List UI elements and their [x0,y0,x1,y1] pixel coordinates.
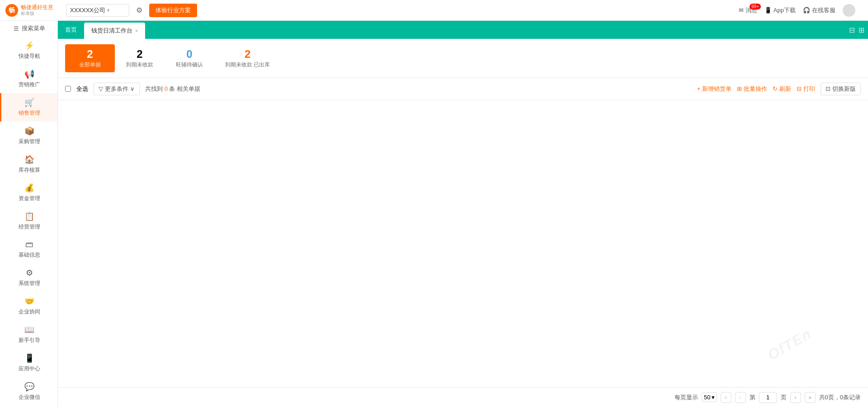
wechat-icon: 💬 [24,382,34,392]
summary-cards: 2 全部单据 2 到期未收款 0 旺辅待确认 2 到期未收款 已出库 [58,39,868,78]
sidebar-item-basics[interactable]: 🗃 基础信息 [0,235,57,263]
tab-active[interactable]: 钱货日清工作台 × [84,23,145,39]
chevron-down-icon: ▾ [107,8,109,13]
tab-actions: ⊟ ⊞ [849,26,868,34]
logo-icon: 畅 [5,4,18,17]
toolbar-right: + 新增销货单 ⊞ 批量操作 ↻ 刷新 ⊟ 打印 ⊡ [697,83,861,95]
page-size-select[interactable]: 50 ▾ [702,393,717,402]
sidebar-item-inventory[interactable]: 🏠 库存核算 [0,150,57,178]
system-icon: ⚙ [26,268,33,278]
headset-icon: 🎧 [803,7,810,14]
switch-icon: ⊡ [826,85,830,92]
tab-bar: 首页 钱货日清工作台 × ⊟ ⊞ [58,21,868,39]
basics-icon: 🗃 [25,240,33,249]
page-input[interactable] [759,392,777,403]
sidebar-item-purchase[interactable]: 📦 采购管理 [0,122,57,150]
header-right: ✉ 消息 99+ 📱 App下载 🎧 在线客服 [739,4,863,17]
marketing-icon: 📢 [24,69,34,79]
print-button[interactable]: ⊟ 打印 [797,85,815,93]
purchase-icon: 📦 [24,126,34,136]
search-icon: ☰ [14,25,19,32]
app-download-icon: 📱 [764,7,772,14]
select-all-label: 全选 [76,85,88,93]
message-icon: ✉ [739,7,744,14]
card-overdue-shipped[interactable]: 2 到期未收款 已出库 [214,44,281,72]
sidebar-item-sales[interactable]: 🛒 销售管理 [0,93,57,122]
found-count-text: 共找到 0 条 相关单据 [145,85,200,93]
card-overdue-uncollected[interactable]: 2 到期未收款 [115,44,165,72]
sidebar-item-marketing[interactable]: 📢 营销推广 [0,65,57,93]
sidebar: ☰ 搜索菜单 ⚡ 快捷导航 📢 营销推广 🛒 销售管理 📦 采购管理 🏠 库存核… [0,21,58,407]
sidebar-item-guide[interactable]: 📖 新手引导 [0,320,57,349]
last-page-button[interactable]: » [805,392,816,403]
next-page-button[interactable]: › [790,392,801,403]
tab-minimize-icon[interactable]: ⊟ [849,26,855,34]
trial-button[interactable]: 体验行业方案 [149,4,197,17]
tab-home[interactable]: 首页 [58,21,84,39]
sidebar-item-wechat[interactable]: 💬 企业微信 [0,377,57,406]
tab-maximize-icon[interactable]: ⊞ [859,26,864,34]
batch-icon: ⊞ [737,85,742,92]
operations-icon: 📋 [24,211,34,221]
logo-area: 畅 畅捷通好生意 标准版 [5,4,53,17]
inventory-icon: 🏠 [24,154,34,164]
sidebar-item-search[interactable]: ☰ 搜索菜单 [0,21,57,36]
switch-version-button[interactable]: ⊡ 切换新版 [821,83,861,95]
avatar[interactable] [843,4,855,17]
sidebar-item-operations[interactable]: 📋 经营管理 [0,207,57,235]
pagination: 每页显示 50 ▾ « ‹ 第 页 › » 共0页，0条记录 [58,387,868,407]
main-wrapper: ☰ 搜索菜单 ⚡ 快捷导航 📢 营销推广 🛒 销售管理 📦 采购管理 🏠 库存核… [0,21,868,407]
logo-text: 畅捷通好生意 标准版 [21,4,53,16]
prev-page-button[interactable]: ‹ [735,392,746,403]
card-all[interactable]: 2 全部单据 [65,44,115,72]
sidebar-item-finance[interactable]: 💰 资金管理 [0,178,57,207]
table-area [58,100,868,387]
top-header: 畅 畅捷通好生意 标准版 XXXXXX公司 ▾ ⚙ 体验行业方案 ✉ 消息 99… [0,0,868,21]
company-selector[interactable]: XXXXXX公司 ▾ [66,4,129,17]
sidebar-item-appcenter[interactable]: 📱 应用中心 [0,349,57,377]
message-button[interactable]: ✉ 消息 99+ [739,6,757,14]
batch-operation-button[interactable]: ⊞ 批量操作 [737,85,767,93]
refresh-icon: ↻ [773,85,778,92]
filter-icon: ▽ [99,85,103,92]
app-download-button[interactable]: 📱 App下载 [764,6,796,14]
content-area: 首页 钱货日清工作台 × ⊟ ⊞ 2 全部单据 2 到期未收款 [58,21,868,407]
appcenter-icon: 📱 [24,353,34,363]
finance-icon: 💰 [24,183,34,193]
sidebar-item-enterprise[interactable]: 🤝 企业协同 [0,292,57,320]
online-service-button[interactable]: 🎧 在线客服 [803,6,835,14]
refresh-button[interactable]: ↻ 刷新 [773,85,791,93]
sidebar-item-quicknav[interactable]: ⚡ 快捷导航 [0,36,57,65]
select-all-checkbox[interactable] [65,86,71,92]
first-page-button[interactable]: « [721,392,731,403]
settings-button[interactable]: ⚙ [133,4,146,17]
enterprise-icon: 🤝 [24,296,34,306]
toolbar: 全选 ▽ 更多条件 ∨ 共找到 0 条 相关单据 + 新增销货单 [58,78,868,100]
message-badge: 99+ [750,4,761,9]
page-total: 共0页，0条记录 [819,393,861,402]
header-left: 畅 畅捷通好生意 标准版 XXXXXX公司 ▾ ⚙ 体验行业方案 [5,4,197,17]
card-wangfu-pending[interactable]: 0 旺辅待确认 [165,44,214,72]
quicknav-icon: ⚡ [24,41,34,51]
filter-button[interactable]: ▽ 更多条件 ∨ [94,83,140,95]
new-sale-button[interactable]: + 新增销货单 [697,85,731,93]
page-content: 2 全部单据 2 到期未收款 0 旺辅待确认 2 到期未收款 已出库 [58,39,868,407]
guide-icon: 📖 [24,325,34,335]
tab-close-icon[interactable]: × [135,28,138,33]
sidebar-item-system[interactable]: ⚙ 系统管理 [0,263,57,292]
sales-icon: 🛒 [24,98,34,108]
print-icon: ⊟ [797,85,802,92]
filter-arrow-icon: ∨ [130,85,135,92]
page-size-arrow-icon: ▾ [712,394,715,401]
